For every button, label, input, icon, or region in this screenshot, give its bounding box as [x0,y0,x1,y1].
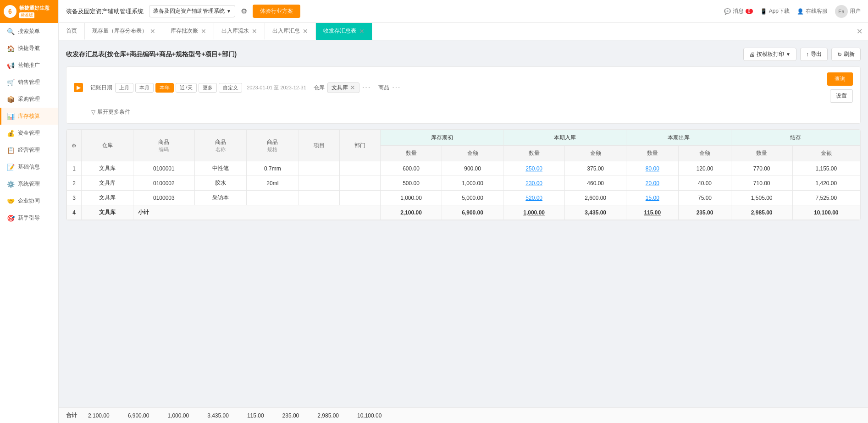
tab-4[interactable]: 出入库汇总✕ [265,23,316,40]
row-opening-qty: 600.00 [381,161,442,176]
sidebar-label-system: 系统管理 [18,180,40,188]
date-btn-近7天[interactable]: 近7天 [176,83,197,93]
date-btn-自定义[interactable]: 自定义 [219,83,242,93]
print-template-button[interactable]: 🖨 按模板打印 ▼ [743,48,796,61]
tab-close-2[interactable]: ✕ [201,28,206,34]
tab-close-5[interactable]: ✕ [359,28,365,34]
tab-5[interactable]: 收发存汇总表✕ [316,23,372,40]
row-warehouse: 文具库 [82,191,133,205]
row-in-qty[interactable]: 520.00 [503,191,565,205]
tab-label-3: 出入库流水 [221,27,249,35]
gear-column-icon[interactable]: ⚙ [72,143,77,149]
tab-0[interactable]: 首页 [59,23,85,40]
row-in-qty[interactable]: 250.00 [503,161,565,176]
table-subheader-out-amt: 金额 [679,146,731,161]
sidebar-item-quick[interactable]: 🏠快捷导航 [0,40,58,57]
sidebar-item-marketing[interactable]: 📢营销推广 [0,57,58,74]
row-balance-qty: 1,505.00 [731,191,792,205]
user-item[interactable]: Ea 用户 [835,5,861,18]
sidebar-item-system[interactable]: ⚙️系统管理 [0,176,58,192]
sidebar-item-operation[interactable]: 📋经营管理 [0,142,58,159]
query-button[interactable]: 查询 [827,72,853,86]
date-btn-更多[interactable]: 更多 [199,83,217,93]
sidebar-item-purchase[interactable]: 📦采购管理 [0,91,58,108]
sidebar-item-collab[interactable]: 🤝企业协同 [0,192,58,209]
row-balance-qty: 770.00 [731,161,792,176]
subtotal-in-amt: 3,435.00 [565,205,626,220]
warehouse-tag-close[interactable]: ✕ [350,84,355,91]
system-selector[interactable]: 装备及固定资产辅助管理系统 ▼ [149,5,235,17]
sidebar-item-inventory[interactable]: 📊库存核算 [0,108,58,125]
row-in-amt: 460.00 [565,176,626,191]
sidebar-item-sales[interactable]: 🛒销售管理 [0,74,58,91]
row-balance-amt: 7,525.00 [792,191,860,205]
total-in-amt: 3,435.00 [207,412,229,419]
goods-filter-item: 商品 ··· [378,83,401,92]
export-button[interactable]: ↑ 导出 [800,48,828,61]
sidebar-item-search[interactable]: 🔍搜索菜单 [0,23,58,40]
tab-label-4: 出入库汇总 [272,27,300,35]
tab-close-3[interactable]: ✕ [252,28,257,34]
sidebar-icon-marketing: 📢 [7,62,14,69]
try-industry-button[interactable]: 体验行业方案 [253,5,300,18]
subtotal-balance-amt: 10,100.00 [792,205,860,220]
expand-more-conditions-button[interactable]: ▽ 展开更多条件 [88,106,134,118]
sidebar-label-purchase: 采购管理 [18,95,40,103]
row-dept [339,176,380,191]
date-btn-本年[interactable]: 本年 [155,83,174,93]
sidebar-item-finance[interactable]: 💰资金管理 [0,125,58,142]
row-out-qty[interactable]: 20.00 [626,176,679,191]
table-header-in: 本期入库 [503,130,626,146]
sidebar-icon-quick: 🏠 [7,45,14,52]
row-opening-qty: 500.00 [381,176,442,191]
sidebar-icon-operation: 📋 [7,147,14,154]
tab-3[interactable]: 出入库流水✕ [214,23,265,40]
tab-2[interactable]: 库存批次账✕ [163,23,214,40]
row-out-amt: 75.00 [679,191,731,205]
tab-close-4[interactable]: ✕ [303,28,308,34]
sidebar-label-sales: 销售管理 [18,78,40,86]
warehouse-more-icon[interactable]: ··· [362,83,371,92]
refresh-button[interactable]: ↻ 刷新 [831,48,861,61]
row-project [299,191,339,205]
sidebar-navigation: 🔍搜索菜单🏠快捷导航📢营销推广🛒销售管理📦采购管理📊库存核算💰资金管理📋经营管理… [0,23,58,226]
table-row: 3 文具库 0100003 采访本 1,000.00 5,000.00 520.… [67,191,860,205]
row-no: 1 [67,161,82,176]
tab-1[interactable]: 现存量（库存分布表）✕ [85,23,163,40]
online-service-item[interactable]: 👤 在线客服 [797,7,828,15]
message-item[interactable]: 💬 消息 6 [724,7,753,15]
inventory-table: ⚙ 仓库 商品编码 商品名称 商品规格 项目 部门 库存期初 本期入库 本期出库… [66,130,860,220]
date-range-display: 2023-01-01 至 2023-12-31 [247,84,306,91]
subtotal-warehouse: 文具库 [82,205,133,220]
row-in-qty[interactable]: 230.00 [503,176,565,191]
sidebar-item-guide[interactable]: 🎯新手引导 [0,209,58,226]
row-out-qty[interactable]: 80.00 [626,161,679,176]
total-out-amt: 235.00 [282,412,299,419]
filter-toggle-button[interactable]: ▶ [74,83,83,92]
date-btn-本月[interactable]: 本月 [135,83,154,93]
row-out-qty[interactable]: 15.00 [626,191,679,205]
subtotal-label: 小计 [133,205,380,220]
date-btn-上月[interactable]: 上月 [115,83,133,93]
sidebar-item-basic[interactable]: 📝基础信息 [0,159,58,176]
row-no: 3 [67,191,82,205]
close-all-tabs-button[interactable]: ✕ [851,23,868,40]
app-download-item[interactable]: 📱 App下载 [760,7,790,15]
system-title: 装备及固定资产辅助管理系统 [66,7,144,16]
dropdown-icon: ▼ [227,9,231,14]
tab-close-1[interactable]: ✕ [150,28,155,34]
row-name: 中性笔 [194,161,246,176]
table-header-code: 商品编码 [133,130,194,161]
phone-icon: 📱 [760,8,767,15]
table-subheader-in-amt: 金额 [565,146,626,161]
row-opening-qty: 1,000.00 [381,191,442,205]
settings-button[interactable]: 设置 [830,89,853,103]
print-icon: 🖨 [749,51,755,58]
gear-settings-icon[interactable]: ⚙ [241,7,247,16]
sidebar-label-operation: 经营管理 [18,146,40,154]
row-project [299,176,339,191]
goods-more-icon[interactable]: ··· [392,83,401,92]
subtotal-in-qty: 1,000.00 [503,205,565,220]
row-code: 0100001 [133,161,194,176]
table-subheader-balance-qty: 数量 [731,146,792,161]
